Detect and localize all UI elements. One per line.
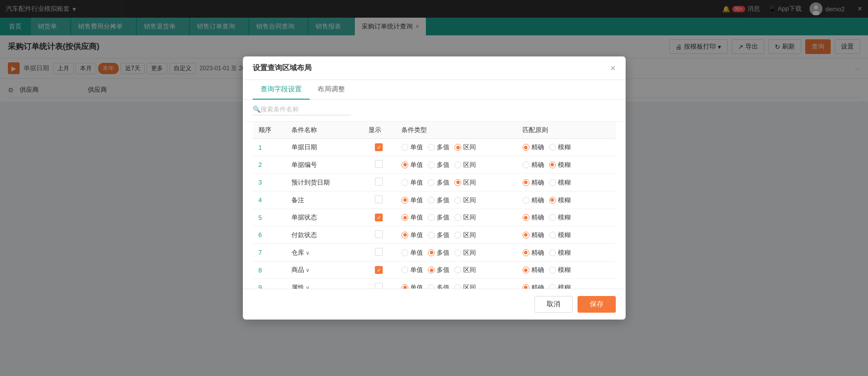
tab-layout-adjust[interactable]: 布局调整 [310,80,353,100]
modal-header: 设置查询区域布局 × [243,56,626,80]
modal-search-area: 🔍 [243,100,626,102]
modal-title: 设置查询区域布局 [253,63,312,73]
modal-close-button[interactable]: × [610,64,616,73]
modal-backdrop: 设置查询区域布局 × 查询字段设置 布局调整 🔍 顺序 [0,0,868,102]
settings-modal: 设置查询区域布局 × 查询字段设置 布局调整 🔍 顺序 [243,56,626,102]
tab-query-fields[interactable]: 查询字段设置 [253,80,310,100]
modal-tabs: 查询字段设置 布局调整 [243,80,626,100]
